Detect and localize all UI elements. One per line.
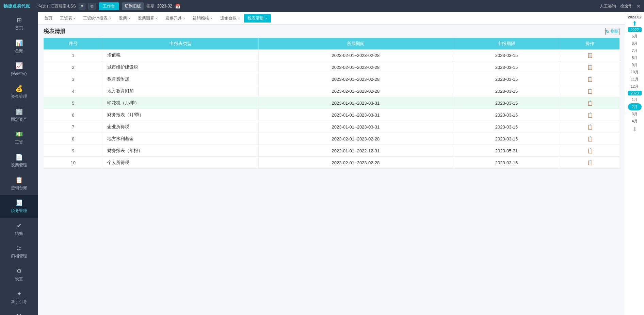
timeline-down-button[interactable]: ⬇: [632, 126, 637, 132]
timeline-month-2023-1月[interactable]: 1月: [628, 96, 642, 103]
timeline-month-2022-9月[interactable]: 9月: [628, 61, 642, 69]
tax-table: 序号申报表类型所属期间申报期限操作 1增值税2023-02-01~2023-02…: [44, 38, 619, 169]
tab-close-发票开具[interactable]: ×: [183, 16, 185, 20]
workbench-button[interactable]: 工作台: [99, 2, 119, 10]
timeline-month-2022-11月[interactable]: 11月: [628, 76, 642, 83]
copy-icon-btn[interactable]: ⧉: [88, 3, 96, 10]
timeline-month-2022-7月[interactable]: 7月: [628, 47, 642, 54]
cell-deadline: 2023-03-15: [453, 61, 560, 73]
top-bar-right: 人工咨询 徐逸华 ✕: [600, 3, 641, 9]
sidebar-label: 归档管理: [11, 253, 27, 259]
timeline-month-2023-2月[interactable]: 2月: [628, 103, 642, 110]
sidebar-item-畅会员[interactable]: V畅会员: [0, 309, 38, 315]
tab-首页[interactable]: 首页: [41, 14, 56, 22]
tab-税表清册[interactable]: 税表清册×: [244, 14, 271, 22]
tab-close-工资表[interactable]: ×: [74, 16, 76, 20]
cell-deadline: 2023-03-15: [453, 97, 560, 109]
cell-deadline: 2023-03-15: [453, 73, 560, 85]
cell-type: 增值税: [103, 49, 258, 61]
view-icon[interactable]: 📋: [587, 76, 593, 82]
sidebar-item-结账[interactable]: ✔结账: [0, 218, 38, 241]
cell-deadline: 2023-03-15: [453, 49, 560, 61]
timeline-month-2023-4月[interactable]: 4月: [628, 118, 642, 125]
refresh-button[interactable]: ↻ 刷新: [605, 28, 619, 35]
sidebar-label: 结账: [15, 231, 23, 237]
tab-label: 发票开具: [165, 15, 182, 21]
cell-period: 2023-02-01~2023-02-28: [258, 49, 453, 61]
tab-进销台账[interactable]: 进销台账×: [217, 14, 243, 22]
view-icon[interactable]: 📋: [587, 148, 593, 153]
timeline-year-2023[interactable]: 2023: [628, 91, 642, 95]
sidebar-item-设置[interactable]: ⚙设置: [0, 263, 38, 286]
tab-发票开具[interactable]: 发票开具×: [162, 14, 189, 22]
cell-no: 6: [44, 109, 103, 121]
view-icon[interactable]: 📋: [587, 64, 593, 70]
cell-period: 2023-02-01~2023-02-28: [258, 61, 453, 73]
cell-no: 3: [44, 73, 103, 85]
sidebar-item-固定资产[interactable]: 🏢固定资产: [0, 104, 38, 126]
timeline-year-2022[interactable]: 2022: [628, 27, 642, 32]
support-button[interactable]: 人工咨询: [600, 3, 616, 9]
view-icon[interactable]: 📋: [587, 100, 593, 106]
sidebar-icon-畅会员: V: [17, 313, 21, 315]
tab-close-税表清册[interactable]: ×: [265, 16, 267, 20]
tab-进销稽核[interactable]: 进销稽核×: [189, 14, 216, 22]
timeline-month-2022-12月[interactable]: 12月: [628, 83, 642, 90]
cell-no: 4: [44, 85, 103, 97]
sidebar-label: 固定资产: [11, 117, 27, 122]
timeline-up-button[interactable]: ⬆: [632, 20, 637, 27]
tab-发票测算[interactable]: 发票测算×: [134, 14, 161, 22]
cell-action: 📋: [560, 121, 619, 133]
sidebar-item-资金管理[interactable]: 💰资金管理: [0, 81, 38, 104]
timeline-month-2022-10月[interactable]: 10月: [628, 69, 642, 76]
tab-close-发票[interactable]: ×: [128, 16, 130, 20]
user-menu[interactable]: 徐逸华: [620, 3, 632, 9]
company-dropdown[interactable]: ▾: [79, 3, 85, 10]
cell-action: 📋: [560, 61, 619, 73]
view-icon[interactable]: 📋: [587, 88, 593, 94]
sidebar-label: 报表中心: [11, 71, 27, 77]
cell-action: 📋: [560, 73, 619, 85]
timeline-month-2023-3月[interactable]: 3月: [628, 110, 642, 118]
sidebar-item-发票管理[interactable]: 📄发票管理: [0, 149, 38, 172]
sidebar-item-新手引导[interactable]: ✦新手引导: [0, 286, 38, 309]
cell-period: 2023-02-01~2023-02-28: [258, 157, 453, 169]
tab-close-进销台账[interactable]: ×: [238, 16, 240, 20]
calendar-icon[interactable]: 📅: [175, 4, 180, 9]
tab-close-进销稽核[interactable]: ×: [210, 16, 212, 20]
view-icon[interactable]: 📋: [587, 52, 593, 58]
view-icon[interactable]: 📋: [587, 124, 593, 130]
sidebar-icon-固定资产: 🏢: [15, 108, 23, 115]
sidebar-label: 总账: [15, 48, 23, 54]
sidebar-item-税务管理[interactable]: 🧾税务管理: [0, 195, 38, 218]
timeline-month-2022-8月[interactable]: 8月: [628, 54, 642, 61]
switch-version-button[interactable]: 切到旧版: [122, 2, 144, 10]
tab-发票[interactable]: 发票×: [115, 14, 134, 22]
tab-工资表[interactable]: 工资表×: [57, 14, 79, 22]
view-icon[interactable]: 📋: [587, 136, 593, 141]
timeline-month-2022-6月[interactable]: 6月: [628, 40, 642, 47]
cell-type: 教育费附加: [103, 73, 258, 85]
tab-close-工资统计报表[interactable]: ×: [109, 16, 111, 20]
sidebar-item-进销台账[interactable]: 📋进销台账: [0, 172, 38, 195]
table-row: 2城市维护建设税2023-02-01~2023-02-282023-03-15📋: [44, 61, 619, 73]
sidebar-label: 新手引导: [11, 299, 27, 305]
cell-deadline: 2023-05-31: [453, 145, 560, 157]
sidebar-item-首页[interactable]: ⊞首页: [0, 12, 38, 35]
sidebar-item-总账[interactable]: 📊总账: [0, 35, 38, 58]
sidebar-icon-资金管理: 💰: [15, 85, 23, 92]
cell-type: 印花税（月/季）: [103, 97, 258, 109]
sidebar-item-报表中心[interactable]: 📈报表中心: [0, 58, 38, 81]
cell-period: 2023-02-01~2023-02-28: [258, 133, 453, 145]
cell-period: 2023-02-01~2023-02-28: [258, 73, 453, 85]
timeline-month-2022-5月[interactable]: 5月: [628, 33, 642, 40]
tab-工资统计报表[interactable]: 工资统计报表×: [80, 14, 114, 22]
close-button[interactable]: ✕: [637, 3, 641, 9]
sidebar-icon-新手引导: ✦: [17, 290, 22, 298]
table-wrapper: 序号申报表类型所属期间申报期限操作 1增值税2023-02-01~2023-02…: [38, 38, 625, 315]
sidebar-item-归档管理[interactable]: 🗂归档管理: [0, 241, 38, 263]
tab-close-发票测算[interactable]: ×: [156, 16, 158, 20]
view-icon[interactable]: 📋: [587, 160, 593, 165]
sidebar-item-工资[interactable]: 💵工资: [0, 126, 38, 149]
view-icon[interactable]: 📋: [587, 112, 593, 118]
